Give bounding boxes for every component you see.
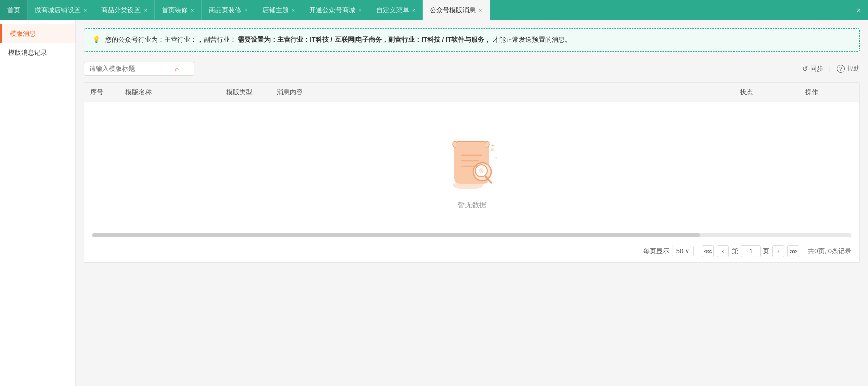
svg-point-8 — [491, 148, 494, 151]
th-action: 操作 — [799, 83, 859, 102]
nav-tab-open-mall[interactable]: 开通公众号商城 × — [302, 0, 369, 20]
nav-tab-home-deco[interactable]: 首页装修 × — [155, 0, 202, 20]
notice-highlight: 需要设置为：主营行业：IT科技 / 互联网|电子商务，副营行业：IT科技 / I… — [238, 36, 491, 43]
notice-suffix: 才能正常发送预置的消息。 — [493, 36, 571, 43]
close-category[interactable]: × — [144, 8, 147, 13]
close-shop-settings[interactable]: × — [84, 8, 87, 13]
sync-button[interactable]: ↺ 同步 — [802, 64, 823, 73]
pagination: 每页显示 50 ∨ ⋘ ‹ 第 页 › ⋙ 共0页, 0条记录 — [84, 240, 859, 262]
total-info: 共0页, 0条记录 — [808, 247, 851, 256]
close-template-msg[interactable]: × — [479, 8, 482, 13]
close-shop-theme[interactable]: × — [292, 8, 295, 13]
nav-tab-template-msg[interactable]: 公众号模版消息 × — [423, 0, 489, 20]
search-actions: ↺ 同步 | ? 帮助 — [802, 64, 860, 73]
nav-tab-home[interactable]: 首页 — [0, 0, 28, 20]
page-size-select: 每页显示 50 ∨ — [643, 246, 694, 256]
nav-tab-product-deco-label: 商品页装修 — [209, 6, 241, 15]
scroll-thumb[interactable] — [92, 233, 700, 237]
nav-tab-product-deco[interactable]: 商品页装修 × — [202, 0, 255, 20]
svg-text:✦: ✦ — [491, 143, 495, 148]
page-size-dropdown[interactable]: 50 ∨ — [672, 246, 694, 256]
empty-icon: ✦ — [442, 132, 502, 193]
notice-icon: 💡 — [92, 36, 100, 43]
empty-state: ✦ 暂无数据 — [84, 102, 859, 230]
nav-tab-home-label: 首页 — [7, 6, 20, 15]
notice-prefix: 您的公众号行业为：主营行业：，副营行业： — [105, 36, 236, 43]
svg-point-9 — [495, 157, 497, 159]
nav-tab-shop-settings[interactable]: 微商城店铺设置 × — [28, 0, 94, 20]
sidebar-item-template-log-label: 模版消息记录 — [8, 49, 47, 56]
search-input[interactable] — [89, 65, 175, 72]
main-layout: 模版消息 模版消息记录 💡 您的公众号行业为：主营行业：，副营行业： 需要设置为… — [0, 20, 868, 386]
th-name: 模版名称 — [119, 83, 220, 102]
top-nav: 首页 微商城店铺设置 × 商品分类设置 × 首页装修 × 商品页装修 × 店铺主… — [0, 0, 868, 20]
content-area: 💡 您的公众号行业为：主营行业：，副营行业： 需要设置为：主营行业：IT科技 /… — [76, 20, 868, 386]
close-all-tabs[interactable]: × — [850, 6, 868, 14]
table-header: 序号 模版名称 模版类型 消息内容 状态 操作 — [84, 83, 859, 102]
divider: | — [829, 65, 831, 72]
empty-text: 暂无数据 — [458, 201, 486, 210]
page-input-wrap: 第 页 — [732, 245, 769, 257]
nav-tab-category[interactable]: 商品分类设置 × — [94, 0, 154, 20]
sidebar-item-template-msg[interactable]: 模版消息 — [0, 24, 75, 43]
nav-tab-custom-menu-label: 自定义菜单 — [376, 6, 409, 15]
nav-tab-template-msg-label: 公众号模版消息 — [430, 6, 476, 15]
nav-tab-shop-settings-label: 微商城店铺设置 — [35, 6, 81, 15]
th-seq: 序号 — [84, 83, 119, 102]
th-status: 状态 — [733, 83, 799, 102]
nav-tab-category-label: 商品分类设置 — [101, 6, 141, 15]
nav-tab-shop-theme[interactable]: 店铺主题 × — [255, 0, 302, 20]
sidebar-item-template-msg-label: 模版消息 — [10, 30, 36, 37]
search-icon[interactable]: ⌕ — [175, 65, 179, 73]
help-label: 帮助 — [847, 64, 860, 73]
page-number-input[interactable] — [741, 245, 761, 257]
close-product-deco[interactable]: × — [244, 8, 247, 13]
nav-tab-shop-theme-label: 店铺主题 — [262, 6, 289, 15]
page-prefix: 第 — [732, 247, 739, 256]
svg-point-7 — [479, 168, 484, 173]
first-page-button[interactable]: ⋘ — [702, 245, 714, 257]
sidebar: 模版消息 模版消息记录 — [0, 20, 76, 386]
close-home-deco[interactable]: × — [191, 8, 194, 13]
next-page-button[interactable]: › — [772, 245, 784, 257]
search-bar: ⌕ ↺ 同步 | ? 帮助 — [84, 62, 860, 76]
nav-tab-home-deco-label: 首页装修 — [162, 6, 188, 15]
nav-tab-custom-menu[interactable]: 自定义菜单 × — [369, 0, 423, 20]
close-open-mall[interactable]: × — [358, 8, 361, 13]
sync-label: 同步 — [810, 64, 823, 73]
page-unit: 页 — [763, 247, 769, 256]
table: 序号 模版名称 模版类型 消息内容 状态 操作 — [84, 82, 860, 263]
chevron-down-icon: ∨ — [685, 248, 689, 254]
th-content: 消息内容 — [271, 83, 733, 102]
page-size-value: 50 — [676, 247, 683, 255]
close-custom-menu[interactable]: × — [412, 8, 415, 13]
search-input-wrap: ⌕ — [84, 62, 194, 76]
horizontal-scrollbar[interactable] — [92, 233, 851, 237]
th-type: 模版类型 — [220, 83, 271, 102]
sync-icon: ↺ — [802, 65, 808, 73]
help-icon: ? — [837, 65, 845, 73]
nav-tab-open-mall-label: 开通公众号商城 — [309, 6, 355, 15]
prev-page-button[interactable]: ‹ — [717, 245, 729, 257]
help-button[interactable]: ? 帮助 — [837, 64, 860, 73]
notice-box: 💡 您的公众号行业为：主营行业：，副营行业： 需要设置为：主营行业：IT科技 /… — [84, 28, 860, 52]
sidebar-item-template-log[interactable]: 模版消息记录 — [0, 43, 75, 62]
last-page-button[interactable]: ⋙ — [787, 245, 799, 257]
page-size-label: 每页显示 — [643, 247, 670, 256]
